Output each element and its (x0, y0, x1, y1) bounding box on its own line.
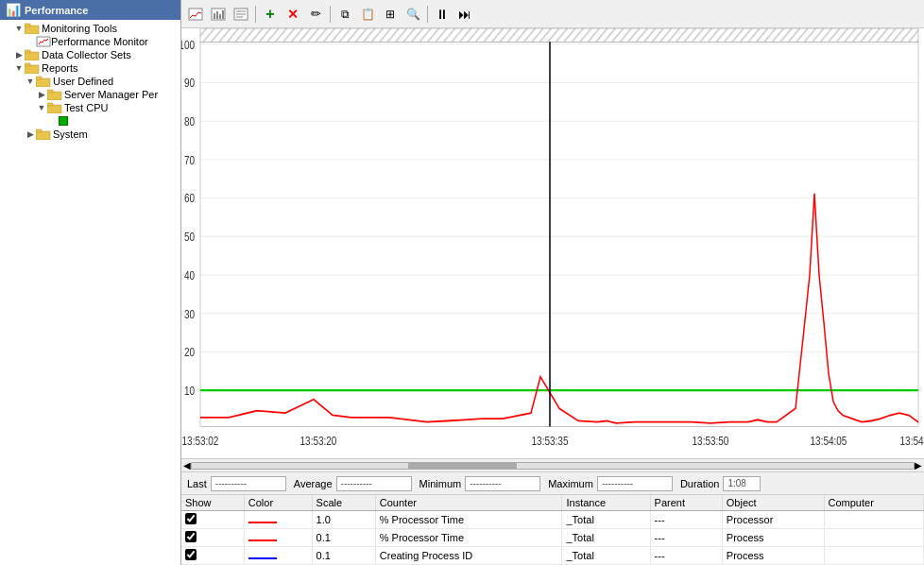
view-report-button[interactable] (231, 4, 251, 25)
svg-rect-29 (200, 42, 918, 426)
cell-scale: 1.0 (312, 511, 375, 529)
col-scale: Scale (312, 495, 375, 511)
sidebar-item-user-defined[interactable]: ▼ User Defined (0, 75, 180, 88)
counter-table: Show Color Scale Counter Instance Parent… (181, 494, 924, 565)
svg-text:13:54:12: 13:54:12 (900, 435, 924, 447)
col-color: Color (244, 495, 312, 511)
folder-icon-sm (47, 89, 62, 100)
sidebar-item-reports[interactable]: ▼ Reports (0, 61, 180, 75)
svg-rect-13 (36, 131, 50, 140)
performance-icon: 📊 (6, 3, 21, 17)
green-square-icon (59, 116, 68, 126)
cell-scale: 0.1 (312, 547, 375, 565)
scrollbar-area[interactable]: ◀ ▶ (181, 458, 924, 471)
sidebar-item-monitoring-tools[interactable]: ▼ Monitoring Tools (0, 22, 180, 35)
svg-text:60: 60 (184, 193, 195, 205)
perf-monitor-icon (36, 36, 51, 47)
svg-text:50: 50 (184, 231, 195, 243)
properties-button[interactable]: ⊞ (380, 4, 401, 25)
svg-text:13:53:50: 13:53:50 (693, 435, 729, 447)
copy-button[interactable]: ⧉ (334, 4, 355, 25)
scroll-right-button[interactable]: ▶ (915, 460, 922, 471)
svg-rect-8 (36, 77, 42, 79)
table-row: 1.0% Processor Time_Total---Processor (181, 511, 924, 529)
sidebar-title: Performance (25, 5, 88, 16)
toolbar: + ✕ ✏ ⧉ 📋 ⊞ 🔍 ⏸ ⏭ (181, 0, 924, 28)
minimum-label: Minimum (419, 478, 462, 489)
scroll-left-button[interactable]: ◀ (183, 460, 191, 471)
view-histogram-button[interactable] (208, 4, 229, 25)
col-object: Object (722, 495, 824, 511)
scrollbar-thumb[interactable] (408, 463, 517, 469)
expand-icon-ud: ▼ (25, 76, 36, 87)
svg-text:13:54:05: 13:54:05 (811, 435, 847, 447)
counter-checkbox-0[interactable] (185, 513, 197, 524)
svg-rect-10 (47, 90, 53, 93)
server-manager-label: Server Manager Per (64, 89, 158, 100)
svg-rect-3 (25, 52, 39, 60)
chart-area: 100 90 80 70 60 50 40 (181, 28, 924, 458)
delete-counter-button[interactable]: ✕ (282, 4, 303, 25)
zoom-button[interactable]: 🔍 (402, 4, 423, 25)
cell-parent: --- (650, 529, 722, 547)
svg-rect-1 (25, 24, 30, 26)
sidebar-item-system[interactable]: ▶ System (0, 128, 180, 141)
counters-table-element: Show Color Scale Counter Instance Parent… (181, 495, 924, 565)
pause-button[interactable]: ⏸ (432, 4, 453, 25)
sidebar-item-data-collector-sets[interactable]: ▶ Data Collector Sets (0, 48, 180, 61)
svg-text:13:53:35: 13:53:35 (532, 435, 569, 447)
svg-rect-12 (47, 103, 53, 106)
folder-icon (25, 23, 40, 34)
last-value: ---------- (211, 476, 286, 491)
svg-text:20: 20 (184, 346, 195, 358)
sidebar-item-server-manager[interactable]: ▶ Server Manager Per (0, 88, 180, 101)
stop-button[interactable]: ⏭ (454, 4, 475, 25)
expand-icon-tc: ▼ (36, 102, 47, 113)
table-row: 0.1% Processor Time_Total---Process (181, 529, 924, 547)
folder-icon-sys (36, 128, 51, 140)
scrollbar-track[interactable] (191, 462, 915, 470)
svg-rect-15 (189, 9, 202, 20)
average-label: Average (294, 478, 333, 489)
col-parent: Parent (650, 495, 722, 511)
highlight-button[interactable]: ✏ (305, 4, 326, 25)
sep1 (255, 6, 256, 23)
system-label: System (53, 128, 88, 140)
cell-instance: _Total (562, 529, 650, 547)
col-show: Show (181, 495, 244, 511)
view-graph-button[interactable] (185, 4, 206, 25)
stats-row: Last ---------- Average ---------- Minim… (181, 471, 924, 494)
svg-rect-20 (222, 10, 224, 19)
svg-text:40: 40 (184, 269, 195, 282)
main-panel: + ✕ ✏ ⧉ 📋 ⊞ 🔍 ⏸ ⏭ (181, 0, 924, 565)
expand-icon-pm (25, 36, 36, 47)
cell-color (244, 511, 312, 529)
cell-show (181, 529, 244, 547)
col-counter: Counter (375, 495, 562, 511)
expand-icon-sm: ▶ (36, 89, 47, 100)
sidebar-item-performance-monitor[interactable]: Performance Monitor (0, 35, 180, 48)
sidebar-item-test-cpu-child[interactable] (0, 114, 180, 128)
folder-icon-tc (47, 102, 62, 113)
svg-text:100: 100 (181, 39, 195, 51)
paste-button[interactable]: 📋 (357, 4, 378, 25)
cell-computer (824, 529, 924, 547)
duration-value: 1:08 (723, 476, 761, 491)
data-collector-sets-label: Data Collector Sets (42, 49, 131, 60)
counter-checkbox-1[interactable] (185, 531, 197, 542)
cell-object: Processor (722, 511, 824, 529)
add-counter-button[interactable]: + (260, 4, 281, 25)
cell-instance: _Total (562, 511, 650, 529)
cell-counter: % Processor Time (375, 529, 562, 547)
color-swatch-0 (248, 522, 277, 523)
svg-text:10: 10 (184, 385, 195, 397)
svg-rect-17 (214, 13, 215, 19)
cell-computer (824, 547, 924, 565)
maximum-label: Maximum (548, 478, 593, 489)
chart-svg: 100 90 80 70 60 50 40 (181, 28, 924, 458)
sidebar-header: 📊 Performance (0, 0, 180, 20)
counter-checkbox-2[interactable] (185, 549, 197, 560)
sidebar-item-test-cpu[interactable]: ▼ Test CPU (0, 101, 180, 114)
tree: ▼ Monitoring Tools Performance Monitor ▶… (0, 20, 180, 143)
svg-rect-11 (47, 105, 61, 113)
